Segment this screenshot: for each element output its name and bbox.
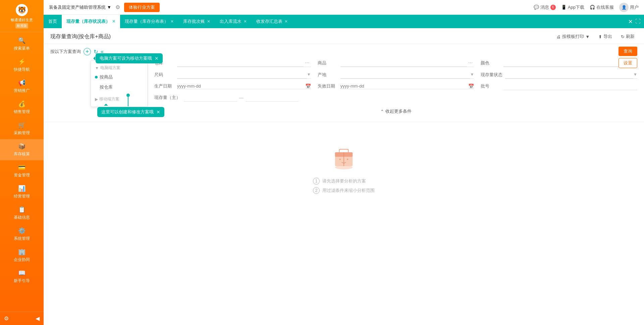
app-download-label: App下载 (568, 4, 584, 10)
app-download-item[interactable]: 📱 App下载 (561, 4, 584, 10)
stock-main-from[interactable] (184, 94, 237, 102)
origin-input[interactable] (340, 70, 470, 78)
export-button[interactable]: ⬆ 导出 (596, 32, 615, 41)
edit-tooltip-close[interactable]: ✕ (156, 109, 160, 115)
money-icon: 💰 (18, 100, 25, 108)
sidebar-item-finance[interactable]: 💳 资金管理 (0, 160, 44, 181)
search-button[interactable]: 查询 (619, 47, 637, 56)
exp-date-label: 失效日期 (318, 83, 338, 89)
stock-main-to[interactable] (246, 94, 299, 102)
sidebar-footer: ⚙ ◀ (0, 312, 44, 325)
tab-stock-batch-close[interactable]: ✕ (207, 19, 210, 24)
sidebar-item-purchase[interactable]: 🛒 采购管理 (0, 118, 44, 139)
scheme-panel: ▼ 电脑端方案 按商品 按仓库 ▶ 移动端方案 (91, 60, 148, 107)
chevron-up-icon: ⌃ (380, 109, 384, 114)
scheme-item-label: 按商品 (100, 74, 113, 80)
color-input[interactable] (503, 59, 633, 67)
batch-input[interactable] (503, 82, 637, 90)
size-input[interactable] (177, 70, 307, 78)
sidebar-item-label: 系统管理 (14, 236, 30, 241)
notification-item[interactable]: 💬 消息 6 (534, 4, 556, 10)
tab-stock-status-close[interactable]: ✕ (112, 19, 115, 24)
exp-date-input-wrapper: 📅 (340, 84, 474, 89)
user-item[interactable]: 👤 用户 (619, 3, 639, 12)
stock-main-range: — (184, 94, 299, 102)
warehouse-input-wrapper: ··· (177, 59, 311, 67)
step-2-text: 用过滤条件来缩小分析范围 (322, 187, 375, 194)
size-label: 尺码 (154, 72, 174, 78)
warehouse-input[interactable] (177, 59, 304, 67)
color-select-wrapper: ▼ (503, 59, 637, 67)
sidebar: 🐯 畅通通好生意 标准版 🔍 搜索菜单 ⚡ 快捷导航 📢 营销推广 💰 销售管理… (0, 0, 44, 325)
scheme-item-warehouse[interactable]: 按仓库 (91, 82, 147, 92)
filter-origin: 产地 ▼ (318, 70, 474, 79)
phone-icon: 📱 (561, 5, 567, 10)
sidebar-item-enterprise[interactable]: 🏢 企业协同 (0, 245, 44, 266)
tab-stock-batch[interactable]: 库存批次账 ✕ (178, 15, 215, 28)
origin-dropdown-icon[interactable]: ▼ (470, 72, 474, 77)
scheme-item-goods[interactable]: 按商品 (91, 72, 147, 82)
tab-inout[interactable]: 出入库流水 ✕ (215, 15, 252, 28)
collapse-more-button[interactable]: ⌃ 收起更多条件 (154, 105, 637, 118)
sidebar-item-label: 快捷导航 (14, 67, 30, 72)
exp-date-calendar-icon[interactable]: 📅 (468, 84, 474, 89)
print-label: 按模板打印 (562, 34, 584, 40)
filter-warehouse: 仓库 ··· (154, 59, 311, 67)
tab-inout-label: 出入库流水 (220, 18, 241, 24)
size-dropdown-icon[interactable]: ▼ (307, 72, 311, 77)
filter-area: 按以下方案查询 + ↻ « ▼ 电脑端方案 按商品 按仓库 (44, 44, 644, 122)
main-content: 现存量查询(按仓库+商品) 🖨 按模板打印 ▼ ⬆ 导出 ↻ 刷新 (44, 28, 644, 325)
page-header: 现存量查询(按仓库+商品) 🖨 按模板打印 ▼ ⬆ 导出 ↻ 刷新 (44, 28, 644, 44)
prod-date-input[interactable] (177, 84, 304, 89)
sidebar-item-marketing[interactable]: 📢 营销推广 (0, 76, 44, 97)
tab-recv-summary[interactable]: 收发存汇总表 ✕ (252, 15, 292, 28)
step-1-num: 1 (313, 178, 320, 184)
scheme-dot (95, 76, 98, 78)
filter-exp-date: 失效日期 📅 (318, 82, 474, 90)
sidebar-item-label: 销售管理 (14, 109, 30, 115)
sidebar-item-nav[interactable]: ⚡ 快捷导航 (0, 55, 44, 76)
prod-date-calendar-icon[interactable]: 📅 (305, 84, 311, 89)
tab-stock-dist-close[interactable]: ✕ (170, 19, 174, 24)
sidebar-item-basic[interactable]: 📋 基础信息 (0, 203, 44, 224)
goods-input[interactable] (340, 59, 467, 67)
tab-stock-dist[interactable]: 现存量（库存分布表） ✕ (120, 15, 178, 28)
sidebar-item-search[interactable]: 🔍 搜索菜单 (0, 34, 44, 55)
trial-button[interactable]: 体验行业方案 (124, 3, 160, 12)
color-label: 颜色 (481, 60, 501, 66)
goods-dots-icon[interactable]: ··· (467, 60, 474, 66)
tab-recv-summary-close[interactable]: ✕ (284, 19, 288, 24)
sidebar-item-guide[interactable]: 📖 新手引导 (0, 266, 44, 287)
sidebar-item-system[interactable]: ⚙️ 系统管理 (0, 224, 44, 245)
tab-inout-close[interactable]: ✕ (244, 19, 247, 24)
collapse-sidebar-icon[interactable]: ◀ (36, 315, 40, 322)
collapse-label: 收起更多条件 (385, 108, 412, 114)
refresh-button[interactable]: ↻ 刷新 (618, 32, 637, 41)
scheme-tooltip-close[interactable]: ✕ (155, 56, 159, 61)
edit-scheme-tooltip: 这里可以创建和修改方案哦 ✕ (97, 107, 164, 117)
settings-footer-icon[interactable]: ⚙ (4, 315, 9, 322)
online-support-item[interactable]: 🎧 在线客服 (590, 4, 614, 10)
sidebar-item-inventory[interactable]: 📦 库存核算 (0, 139, 44, 160)
tabbar-close-all-icon[interactable]: ✕ (628, 18, 633, 25)
batch-label: 批号 (481, 83, 501, 89)
print-button[interactable]: 🖨 按模板打印 ▼ (554, 32, 592, 41)
header-left: 装备及固定资产辅助管理系统 ▼ ⚙ 体验行业方案 (49, 3, 160, 12)
add-scheme-button[interactable]: + (84, 48, 91, 55)
exp-date-input[interactable] (340, 84, 467, 89)
edit-tooltip-text: 这里可以创建和修改方案哦 (101, 109, 154, 115)
goods-input-wrapper: ··· (340, 59, 474, 67)
stock-status-input[interactable] (505, 70, 633, 78)
tab-home[interactable]: 首页 (44, 15, 62, 28)
settings-button[interactable]: 设置 (619, 58, 637, 68)
system-name: 装备及固定资产辅助管理系统 (49, 4, 106, 10)
sidebar-item-operation[interactable]: 📊 经营管理 (0, 181, 44, 203)
stock-status-dropdown-icon[interactable]: ▼ (633, 72, 637, 77)
system-selector[interactable]: 装备及固定资产辅助管理系统 ▼ (49, 4, 111, 10)
cart-icon: 🛒 (18, 121, 25, 129)
header-settings-icon[interactable]: ⚙ (115, 4, 120, 10)
tabbar-maximize-icon[interactable]: ⛶ (635, 18, 641, 24)
warehouse-dots-icon[interactable]: ··· (304, 60, 311, 66)
sidebar-item-sales[interactable]: 💰 销售管理 (0, 97, 44, 118)
tab-stock-status[interactable]: 现存量（库存状况表） ✕ (62, 15, 120, 28)
